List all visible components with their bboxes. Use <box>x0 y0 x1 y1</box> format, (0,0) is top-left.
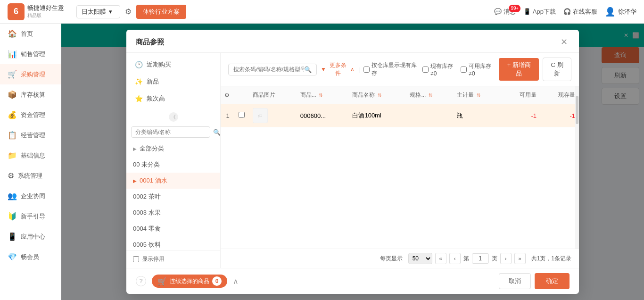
left-tab-recent-label: 近期购买 <box>147 60 171 69</box>
gear-icon[interactable]: ⚙ <box>125 7 132 16</box>
sidebar-item-home[interactable]: 🏠 首页 <box>0 24 61 44</box>
cell-stock: -1 <box>540 104 579 127</box>
col-name-sort-icon: ⇅ <box>378 92 381 98</box>
col-unit[interactable]: 主计量 ⇅ <box>453 86 502 104</box>
online-service-nav-item[interactable]: 🎧 在线客服 <box>563 8 597 16</box>
left-tab-recent[interactable]: 🕐 近期购买 <box>130 57 216 73</box>
checkbox-stock-nonzero-input[interactable] <box>422 67 429 73</box>
footer-left: ? 🛒 连续选择的商品 0 ∧ <box>136 275 239 288</box>
message-icon: 💬 <box>494 8 502 15</box>
cart-badge-area[interactable]: 🛒 连续选择的商品 0 <box>152 275 227 288</box>
username-label: 徐泽华 <box>618 8 636 16</box>
sidebar-item-member[interactable]: 💎 畅会员 <box>0 247 61 267</box>
cat-0002[interactable]: 0002 茶叶 <box>126 189 220 205</box>
cat-all-label: 全部分类 <box>140 144 164 153</box>
sidebar-item-guide[interactable]: 🔰 新手引导 <box>0 206 61 226</box>
collapse-footer-icon[interactable]: ∧ <box>233 277 239 286</box>
sidebar-item-enterprise[interactable]: 👥 企业协同 <box>0 186 61 206</box>
app-download-nav-item[interactable]: 📱 App下载 <box>523 8 556 16</box>
checkbox-available-nonzero-input[interactable] <box>461 67 467 73</box>
sidebar-item-sales[interactable]: 📊 销售管理 <box>0 44 61 64</box>
cat-0002-label: 0002 茶叶 <box>133 192 161 201</box>
collapse-left-btn[interactable]: 《 <box>169 112 178 122</box>
row-checkbox[interactable] <box>239 112 245 118</box>
sidebar-item-system[interactable]: ⚙ 系统管理 <box>0 166 61 186</box>
cat-all[interactable]: ▶ 全部分类 <box>126 141 220 157</box>
col-spec[interactable]: 规格... ⇅ <box>406 86 453 104</box>
prev-page-btn[interactable]: ‹ <box>449 253 461 264</box>
cat-0004-label: 0004 零食 <box>133 225 161 233</box>
show-disabled-checkbox[interactable] <box>133 256 139 262</box>
search-input[interactable] <box>233 66 304 73</box>
cat-00[interactable]: 00 未分类 <box>126 157 220 173</box>
page-number-input[interactable] <box>472 253 489 264</box>
operations-icon: 📋 <box>8 131 17 140</box>
cell-num: 1 <box>221 104 235 127</box>
first-page-btn[interactable]: « <box>435 253 446 264</box>
cat-0003[interactable]: 0003 水果 <box>126 205 220 221</box>
user-area[interactable]: 👤 徐泽华 <box>605 7 636 17</box>
cell-thumb: 🏷 <box>249 104 297 127</box>
add-product-btn[interactable]: + 新增商品 <box>499 58 539 81</box>
checkbox-warehouse[interactable]: 按仓库显示现有库存 <box>363 61 419 77</box>
sidebar-item-finance-label: 资金管理 <box>21 111 45 119</box>
table-row[interactable]: 1 🏷 <box>221 104 579 127</box>
refresh-btn[interactable]: C 刷新 <box>543 58 571 81</box>
sidebar-item-operations[interactable]: 📋 经营管理 <box>0 125 61 145</box>
left-tab-frequent[interactable]: ⭐ 频次高 <box>130 91 216 107</box>
cell-available: -1 <box>502 104 540 127</box>
sidebar: 🏠 首页 📊 销售管理 🛒 采购管理 📦 库存核算 💰 资金管理 📋 经营管理 … <box>0 24 61 300</box>
app-download-label: App下载 <box>533 8 556 16</box>
col-name[interactable]: 商品名称 ⇅ <box>348 86 406 104</box>
cat-0004[interactable]: 0004 零食 <box>126 221 220 237</box>
filter-btn[interactable]: ▼ 更多条件 ∧ <box>321 61 355 77</box>
checkbox-stock-nonzero[interactable]: 现有库存≠0 <box>422 62 457 77</box>
help-icon[interactable]: ? <box>136 276 146 286</box>
filter-icon: ▼ <box>321 66 326 73</box>
sidebar-item-operations-label: 经营管理 <box>21 131 45 140</box>
sidebar-item-system-label: 系统管理 <box>18 172 42 180</box>
category-search-icon[interactable]: 🔍 <box>213 129 221 136</box>
checkbox-available-nonzero[interactable]: 可用库存≠0 <box>461 62 495 77</box>
per-page-select[interactable]: 50 10 20 100 <box>408 253 432 264</box>
cell-name: 白酒100ml <box>348 104 406 127</box>
left-tab-new-label: 新品 <box>147 77 159 86</box>
cancel-btn[interactable]: 取消 <box>499 273 531 289</box>
sidebar-item-appstore[interactable]: 📱 应用中心 <box>0 226 61 247</box>
nav-selector[interactable]: 日太阳膜 ▾ <box>76 5 120 18</box>
modal-close-btn[interactable]: ✕ <box>558 36 570 48</box>
left-panel: 🕐 近期购买 ✨ 新品 ⭐ 频次高 《 <box>126 53 221 268</box>
product-img-placeholder: 🏷 <box>258 113 263 118</box>
cat-0005[interactable]: 0005 饮料 <box>126 237 220 250</box>
cat-arrow-all: ▶ <box>133 146 137 151</box>
cat-0001[interactable]: ▶ 0001 酒水 <box>126 173 220 189</box>
scrollbar-thumb <box>576 96 578 124</box>
col-settings[interactable]: ⚙ <box>221 86 235 104</box>
cat-0005-label: 0005 饮料 <box>133 241 161 249</box>
chevron-down-icon: ▾ <box>109 8 112 15</box>
cart-count: 0 <box>212 276 222 286</box>
sidebar-item-finance[interactable]: 💰 资金管理 <box>0 105 61 125</box>
checkbox-available-nonzero-label: 可用库存≠0 <box>469 62 495 77</box>
col-code[interactable]: 商品... ⇅ <box>297 86 349 104</box>
confirm-btn[interactable]: 确定 <box>535 273 570 289</box>
sidebar-item-basic-info[interactable]: 📁 基础信息 <box>0 145 61 166</box>
messages-nav-item[interactable]: 💬 消息 99+ <box>494 8 516 16</box>
last-page-btn[interactable]: » <box>514 253 526 264</box>
category-search-input[interactable] <box>131 126 210 138</box>
checkbox-warehouse-input[interactable] <box>363 67 370 73</box>
product-table: ⚙ 商品图片 商品... ⇅ 商品名称 <box>221 86 579 127</box>
sidebar-item-inventory[interactable]: 📦 库存核算 <box>0 84 61 105</box>
experience-btn[interactable]: 体验行业方案 <box>136 5 186 19</box>
filter-chevron-icon: ∧ <box>350 66 355 73</box>
cell-check[interactable] <box>235 104 249 127</box>
table-scrollbar[interactable] <box>575 86 579 249</box>
nav-right: 💬 消息 99+ 📱 App下载 🎧 在线客服 👤 徐泽华 <box>494 7 636 17</box>
left-tabs: 🕐 近期购买 ✨ 新品 ⭐ 频次高 <box>126 53 220 110</box>
col-unit-label: 主计量 <box>457 92 474 98</box>
search-submit-icon[interactable]: 🔍 <box>304 66 312 73</box>
next-page-btn[interactable]: › <box>500 253 512 264</box>
left-tab-new[interactable]: ✨ 新品 <box>130 74 216 90</box>
sidebar-item-purchase[interactable]: 🛒 采购管理 <box>0 64 61 84</box>
member-icon: 💎 <box>8 252 17 261</box>
